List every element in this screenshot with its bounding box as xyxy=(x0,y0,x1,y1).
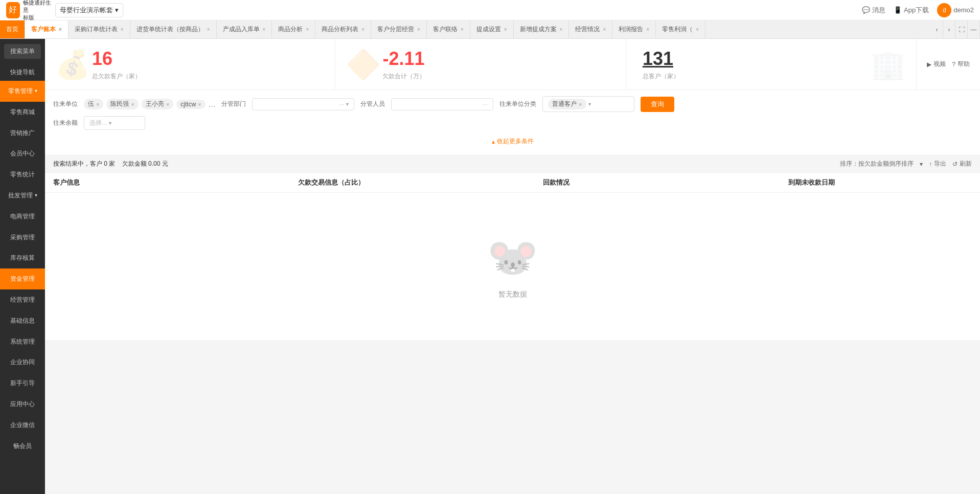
sidebar-item-newbie[interactable]: 新手引导 xyxy=(0,373,45,394)
refresh-button[interactable]: ↺ 刷新 xyxy=(952,160,972,168)
unit-tag-3-close[interactable]: × xyxy=(198,101,201,107)
enterprise-selector[interactable]: 母婴行业演示帐套 ▾ xyxy=(55,3,123,17)
person-filter-select[interactable]: ··· xyxy=(391,98,493,110)
tab-purchase-order-label: 采购订单统计表 xyxy=(75,25,118,34)
tab-close-icon[interactable]: × xyxy=(504,27,507,32)
balance-filter-select[interactable]: 选择... ▾ xyxy=(84,116,145,130)
chevron-down-icon: ▾ xyxy=(35,192,37,199)
sidebar-item-basic[interactable]: 基础信息 xyxy=(0,310,45,331)
tab-close-icon[interactable]: × xyxy=(646,27,649,32)
tab-profit-report[interactable]: 利润报告 × xyxy=(612,20,656,39)
collapse-filter-button[interactable]: ▴ 收起更多条件 xyxy=(53,134,972,149)
unit-tag-3[interactable]: cjttcw × xyxy=(176,100,205,109)
tab-close-icon[interactable]: × xyxy=(417,27,420,32)
tab-prev-button[interactable]: ‹ xyxy=(931,20,943,39)
category-tag-0[interactable]: 普通客户 × xyxy=(548,99,586,109)
sidebar-item-app-center[interactable]: 应用中心 xyxy=(0,394,45,415)
tab-close-icon[interactable]: × xyxy=(207,27,210,32)
tab-goods-analysis-list-label: 商品分析列表 xyxy=(322,25,358,34)
username: demo2 xyxy=(953,6,974,14)
sidebar: 搜索菜单 快捷导航 零售管理 ▾ 零售商城 营销推广 会员中心 零售统计 批发管… xyxy=(0,39,45,494)
tab-fullscreen-button[interactable]: ⛶ xyxy=(955,20,968,39)
sidebar-item-ecommerce[interactable]: 电商管理 xyxy=(0,206,45,227)
sidebar-item-purchase[interactable]: 采购管理 xyxy=(0,227,45,248)
tab-retail-profit[interactable]: 零售利润（ × xyxy=(656,20,705,39)
dept-filter-label: 分管部门 xyxy=(221,100,246,108)
sidebar-item-finance[interactable]: 资金管理 xyxy=(0,268,45,289)
tab-close-icon[interactable]: × xyxy=(461,27,464,32)
tab-new-promotion[interactable]: 新增提成方案 × xyxy=(514,20,569,39)
sidebar-item-retail[interactable]: 零售管理 ▾ xyxy=(0,81,45,102)
unit-tag-1[interactable]: 陈民强 × xyxy=(106,99,138,109)
table-header: 客户信息 欠款交易信息（占比） 回款情况 到期未收款日期 xyxy=(45,173,980,193)
help-label: 帮助 xyxy=(958,60,970,69)
refresh-icon: ↺ xyxy=(952,161,958,168)
sidebar-item-operation[interactable]: 经营管理 xyxy=(0,289,45,310)
sidebar-item-marketing[interactable]: 营销推广 xyxy=(0,123,45,144)
help-button[interactable]: ? 帮助 xyxy=(952,60,970,69)
unit-tag-2[interactable]: 王小亮 × xyxy=(142,99,173,109)
result-amount-label: 欠款金额 xyxy=(122,160,147,167)
quick-nav-button[interactable]: 快捷导航 xyxy=(0,64,45,81)
tab-close-icon[interactable]: × xyxy=(696,27,699,32)
message-button[interactable]: 💬 消息 xyxy=(862,6,885,15)
enterprise-name: 母婴行业演示帐套 xyxy=(60,6,113,15)
category-filter-select[interactable]: 普通客户 × ▾ xyxy=(542,96,634,112)
unit-tag-0[interactable]: 伍 × xyxy=(84,99,103,109)
search-menu-button[interactable]: 搜索菜单 xyxy=(4,44,41,59)
sidebar-item-member[interactable]: 会员中心 xyxy=(0,143,45,164)
sidebar-item-inventory[interactable]: 库存核算 xyxy=(0,248,45,268)
video-button[interactable]: ▶ 视频 xyxy=(927,60,946,69)
sidebar-item-vip-member[interactable]: 畅会员 xyxy=(0,436,45,457)
tab-promotion-settings[interactable]: 提成设置 × xyxy=(470,20,514,39)
sidebar-item-wholesale[interactable]: 批发管理 ▾ xyxy=(0,185,45,206)
tab-customer-account[interactable]: 客户账本 × xyxy=(25,20,69,39)
user-menu[interactable]: d demo2 xyxy=(937,3,974,17)
app-download-button[interactable]: 📱 App下载 xyxy=(894,6,929,15)
tab-product-storage[interactable]: 产成品入库单 × xyxy=(217,20,272,39)
category-tag-0-text: 普通客户 xyxy=(552,100,577,108)
tab-customer-contact[interactable]: 客户联络 × xyxy=(427,20,470,39)
query-button[interactable]: 查询 xyxy=(641,97,674,112)
person-filter-label: 分管人员 xyxy=(360,100,385,108)
tab-next-button[interactable]: › xyxy=(943,20,955,39)
sort-chevron-icon[interactable]: ▾ xyxy=(920,161,923,168)
category-tag-0-close[interactable]: × xyxy=(579,101,582,107)
export-button[interactable]: ↑ 导出 xyxy=(929,160,946,168)
tab-inventory-stats[interactable]: 进货单统计表（按商品） × xyxy=(130,20,217,39)
tab-home[interactable]: 首页 xyxy=(0,20,25,39)
tab-goods-analysis[interactable]: 商品分析 × xyxy=(272,20,315,39)
tab-close-icon[interactable]: × xyxy=(121,27,124,32)
sidebar-wholesale-label: 批发管理 xyxy=(8,191,33,200)
tab-close-icon[interactable]: × xyxy=(603,27,606,32)
sidebar-retail-mall-label: 零售商城 xyxy=(10,108,35,116)
tab-purchase-order[interactable]: 采购订单统计表 × xyxy=(69,20,130,39)
tab-business-status[interactable]: 经营情况 × xyxy=(569,20,612,39)
empty-text: 暂无数据 xyxy=(498,290,527,299)
tab-close-icon[interactable]: × xyxy=(560,27,563,32)
tab-close-icon[interactable]: × xyxy=(59,27,62,32)
balance-chevron-icon: ▾ xyxy=(109,120,111,126)
unit-tag-0-close[interactable]: × xyxy=(96,101,99,107)
data-table: 客户信息 欠款交易信息（占比） 回款情况 到期未收款日期 🐭 暂无数据 xyxy=(45,173,980,340)
sidebar-item-system[interactable]: 系统管理 xyxy=(0,331,45,352)
sidebar-item-enterprise-wechat[interactable]: 企业微信 xyxy=(0,415,45,436)
tab-customer-layer[interactable]: 客户分层经营 × xyxy=(371,20,427,39)
tab-collapse-button[interactable]: — xyxy=(968,20,980,39)
sidebar-item-cooperation[interactable]: 企业协同 xyxy=(0,352,45,373)
sidebar-inventory-label: 库存核算 xyxy=(10,254,35,261)
tab-profit-report-label: 利润报告 xyxy=(619,25,643,34)
tab-promotion-settings-label: 提成设置 xyxy=(476,25,501,34)
stat-total-customers-label: 总欠款客户（家） xyxy=(92,72,141,81)
sidebar-item-retail-mall[interactable]: 零售商城 xyxy=(0,102,45,123)
tab-close-icon[interactable]: × xyxy=(361,27,364,32)
tab-close-icon[interactable]: × xyxy=(306,27,309,32)
unit-more-button[interactable]: ... xyxy=(209,100,215,109)
tab-goods-analysis-list[interactable]: 商品分析列表 × xyxy=(315,20,371,39)
unit-tag-2-close[interactable]: × xyxy=(166,101,169,107)
dept-filter-select[interactable]: ··· ▾ xyxy=(252,98,354,110)
tab-close-icon[interactable]: × xyxy=(263,27,266,32)
unit-tag-1-close[interactable]: × xyxy=(131,101,134,107)
tab-new-promotion-label: 新增提成方案 xyxy=(520,25,557,34)
sidebar-item-retail-stats[interactable]: 零售统计 xyxy=(0,164,45,185)
